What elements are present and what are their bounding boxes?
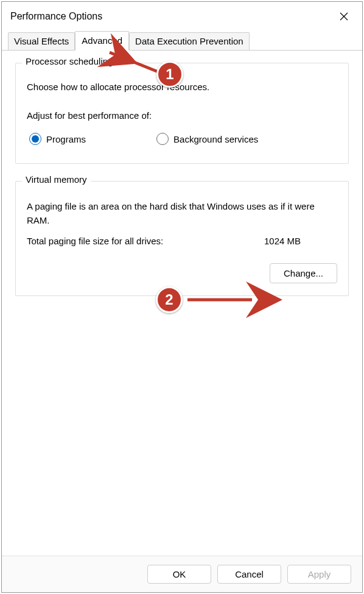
vm-total-row: Total paging file size for all drives: 1… — [27, 236, 337, 246]
change-button[interactable]: Change... — [270, 263, 337, 283]
vm-total-label: Total paging file size for all drives: — [27, 236, 163, 246]
vm-desc: A paging file is an area on the hard dis… — [27, 200, 337, 227]
radio-programs-label: Programs — [46, 134, 86, 144]
performance-options-dialog: Performance Options Visual Effects Advan… — [1, 1, 363, 593]
tab-visual-effects[interactable]: Visual Effects — [8, 32, 75, 50]
tab-advanced[interactable]: Advanced — [75, 31, 129, 51]
close-icon — [340, 12, 348, 21]
processor-group-title: Processor scheduling — [22, 56, 116, 66]
radio-background-services[interactable]: Background services — [156, 133, 258, 145]
radio-icon — [156, 133, 169, 145]
dialog-title: Performance Options — [10, 11, 102, 22]
radio-background-label: Background services — [173, 134, 258, 144]
processor-radio-row: Programs Background services — [27, 133, 337, 145]
vm-group-title: Virtual memory — [22, 174, 91, 185]
tab-dep[interactable]: Data Execution Prevention — [129, 32, 250, 50]
cancel-button[interactable]: Cancel — [217, 565, 281, 584]
virtual-memory-group: Virtual memory A paging file is an area … — [15, 181, 349, 296]
vm-total-value: 1024 MB — [264, 236, 301, 246]
titlebar: Performance Options — [2, 2, 362, 27]
processor-adjust-label: Adjust for best performance of: — [27, 110, 337, 121]
processor-desc: Choose how to allocate processor resourc… — [27, 82, 337, 92]
tab-content: Processor scheduling Choose how to alloc… — [2, 51, 362, 556]
apply-button[interactable]: Apply — [287, 565, 351, 584]
radio-programs[interactable]: Programs — [29, 133, 86, 145]
radio-icon — [29, 133, 41, 145]
dialog-footer: OK Cancel Apply — [2, 556, 362, 592]
tab-strip: Visual Effects Advanced Data Execution P… — [2, 31, 362, 51]
vm-button-row: Change... — [27, 263, 337, 283]
close-button[interactable] — [332, 7, 356, 26]
processor-scheduling-group: Processor scheduling Choose how to alloc… — [15, 63, 349, 164]
ok-button[interactable]: OK — [147, 565, 211, 584]
